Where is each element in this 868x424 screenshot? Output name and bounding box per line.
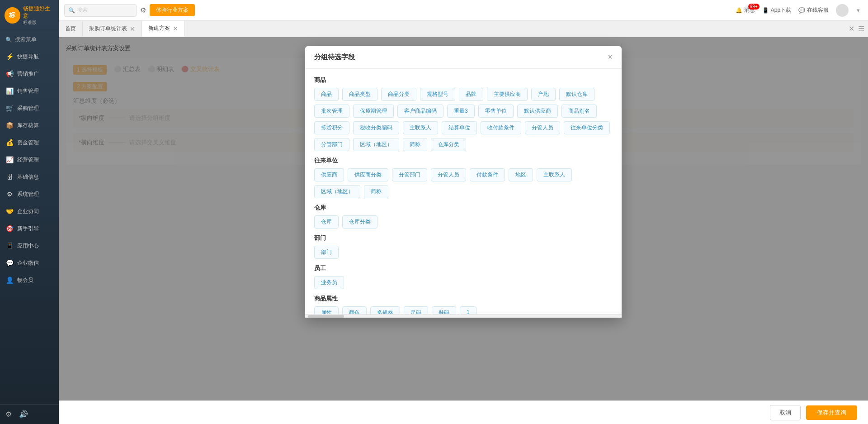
field-chip-goods-21[interactable]: 往来单位分类 [564,121,610,134]
tab-label-home: 首页 [65,25,76,33]
search-box[interactable]: 🔍 搜索 [64,4,137,17]
field-chip-goods-19[interactable]: 收付款条件 [481,121,521,134]
field-chip-goods-17[interactable]: 主联系人 [403,121,438,134]
field-chip-goods-23[interactable]: 区域（地区） [353,138,399,151]
system-icon: ⚙ [5,190,14,198]
finance-icon: 💰 [5,138,14,147]
sidebar-item-finance[interactable]: 💰资金管理 [0,134,59,151]
field-chip-dept-0[interactable]: 部门 [314,246,339,259]
field-chip-goods-15[interactable]: 拣货积分 [314,121,349,134]
sidebar-item-system[interactable]: ⚙系统管理 [0,186,59,203]
field-chip-goods-14[interactable]: 商品别名 [561,105,597,118]
tab-close-purchase-stats[interactable]: ✕ [130,26,135,32]
field-chip-product-attr-0[interactable]: 属性 [314,306,339,314]
modal-overlay: 分组待选字段 × 商品商品商品类型商品分类规格型号品牌主要供应商产地默认仓库批次… [59,37,868,406]
sidebar-item-quick-nav[interactable]: ⚡快捷导航 [0,48,59,65]
sidebar-item-marketing[interactable]: 📢营销推广 [0,65,59,82]
field-grid-dept: 部门 [314,246,613,259]
avatar[interactable] [836,4,849,17]
field-chip-contacts-6[interactable]: 主联系人 [537,168,572,181]
field-chip-product-attr-4[interactable]: 鞋码 [432,306,456,314]
save-button[interactable]: 保存并查询 [806,405,857,420]
sidebar-item-new-guide[interactable]: 🎯新手引导 [0,220,59,237]
sidebar-search[interactable]: 🔍 搜索菜单 [0,31,59,48]
gear-icon[interactable]: ⚙ [140,6,146,14]
close-all-icon[interactable]: ✕ [849,24,854,33]
sidebar-logo: 标 畅捷通好生意 标准版 [0,0,59,31]
online-service-item[interactable]: 💬 在线客服 [798,6,829,14]
field-chip-contacts-7[interactable]: 区域（地区） [314,185,360,198]
field-chip-goods-1[interactable]: 商品类型 [342,88,377,101]
sidebar-item-app-center[interactable]: 📱应用中心 [0,237,59,254]
sidebar-item-wechat[interactable]: 💬企业微信 [0,254,59,272]
field-chip-goods-25[interactable]: 仓库分类 [431,138,466,151]
sidebar-item-basic-info[interactable]: 🗄基础信息 [0,168,59,186]
sidebar-item-purchase[interactable]: 🛒采购管理 [0,100,59,117]
field-chip-contacts-0[interactable]: 供应商 [314,168,344,181]
field-chip-product-attr-5[interactable]: 1 [460,306,476,314]
field-chip-contacts-3[interactable]: 分管人员 [431,168,466,181]
bottom-bar: 取消 保存并查询 [59,400,868,424]
tab-purchase-stats[interactable]: 采购订单统计表✕ [83,21,142,37]
field-chip-goods-22[interactable]: 分管部门 [314,138,349,151]
field-chip-goods-7[interactable]: 默认仓库 [559,88,594,101]
tab-new-plan[interactable]: 新建方案✕ [142,21,185,37]
sidebar-item-sales[interactable]: 📊销售管理 [0,82,59,100]
notification-item[interactable]: 🔔 消息 99+ [736,6,755,14]
field-chip-goods-11[interactable]: 重量3 [447,105,475,118]
field-chip-goods-10[interactable]: 客户商品编码 [397,105,443,118]
field-chip-warehouse-1[interactable]: 仓库分类 [342,215,377,229]
field-chip-contacts-1[interactable]: 供应商分类 [348,168,388,181]
volume-icon[interactable]: 🔊 [19,410,28,419]
trial-button[interactable]: 体验行业方案 [150,4,195,16]
field-chip-goods-8[interactable]: 批次管理 [314,105,349,118]
field-chip-goods-3[interactable]: 规格型号 [420,88,455,101]
cancel-button[interactable]: 取消 [770,405,801,420]
field-chip-goods-12[interactable]: 零售单位 [478,105,514,118]
app-download-item[interactable]: 📱 App下载 [762,6,791,14]
sidebar-item-inventory[interactable]: 📦库存核算 [0,117,59,134]
corp-collab-icon: 🤝 [5,207,14,215]
chevron-down-icon[interactable]: ▼ [856,8,861,13]
field-chip-goods-6[interactable]: 产地 [531,88,556,101]
field-grid-warehouse: 仓库仓库分类 [314,215,613,229]
section-title-warehouse: 仓库 [314,204,613,212]
field-chip-employee-0[interactable]: 业务员 [314,276,344,289]
sidebar-item-label: 资金管理 [17,139,39,147]
field-chip-goods-4[interactable]: 品牌 [459,88,483,101]
download-icon: 📱 [762,7,769,14]
section-title-employee: 员工 [314,264,613,272]
sidebar-item-operations[interactable]: 📈经营管理 [0,151,59,168]
tab-home[interactable]: 首页 [59,21,83,37]
settings-icon[interactable]: ⚙ [5,410,12,419]
field-chip-goods-0[interactable]: 商品 [314,88,339,101]
field-chip-contacts-2[interactable]: 分管部门 [392,168,427,181]
tab-label-purchase-stats: 采购订单统计表 [89,25,127,33]
section-title-contacts: 往来单位 [314,157,613,165]
field-chip-goods-9[interactable]: 保质期管理 [353,105,394,118]
scrollbar-thumb[interactable] [308,315,344,318]
modal-body[interactable]: 商品商品商品类型商品分类规格型号品牌主要供应商产地默认仓库批次管理保质期管理客户… [305,69,622,314]
field-chip-product-attr-1[interactable]: 颜色 [342,306,367,314]
field-chip-warehouse-0[interactable]: 仓库 [314,215,339,229]
field-chip-contacts-5[interactable]: 地区 [509,168,533,181]
sidebar-item-label: 企业协同 [17,208,39,215]
field-chip-product-attr-3[interactable]: 尺码 [404,306,428,314]
field-chip-contacts-8[interactable]: 简称 [364,185,388,198]
field-chip-goods-2[interactable]: 商品分类 [381,88,416,101]
field-chip-goods-13[interactable]: 默认供应商 [517,105,558,118]
sidebar-item-member[interactable]: 👤畅会员 [0,272,59,289]
close-icon[interactable]: × [608,52,613,62]
field-chip-product-attr-2[interactable]: 多规格 [370,306,400,314]
tabs-menu-icon[interactable]: ☰ [858,24,864,33]
field-chip-goods-24[interactable]: 简称 [403,138,427,151]
field-chip-goods-20[interactable]: 分管人员 [525,121,560,134]
sidebar-item-corp-collab[interactable]: 🤝企业协同 [0,203,59,220]
marketing-icon: 📢 [5,70,14,78]
tab-close-new-plan[interactable]: ✕ [173,25,178,32]
field-chip-contacts-4[interactable]: 付款条件 [470,168,505,181]
field-chip-goods-18[interactable]: 结算单位 [442,121,477,134]
field-chip-goods-5[interactable]: 主要供应商 [487,88,528,101]
horizontal-scrollbar[interactable] [305,314,622,318]
field-chip-goods-16[interactable]: 税收分类编码 [353,121,399,134]
